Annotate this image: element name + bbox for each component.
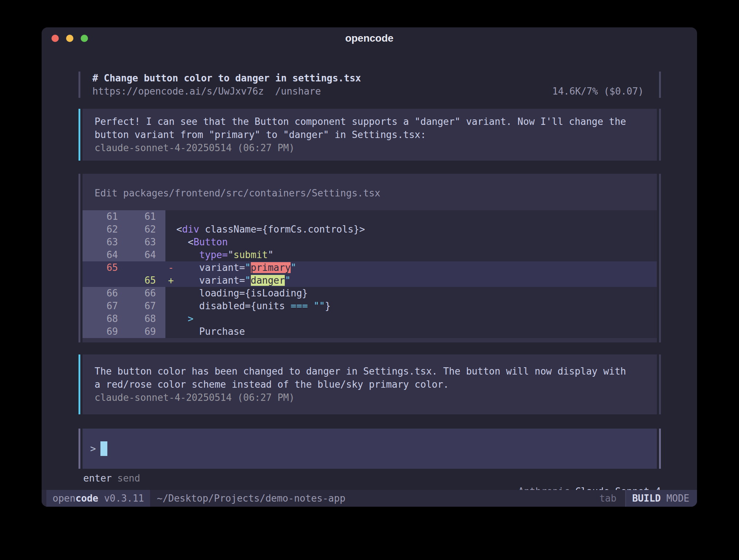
header-left-border	[79, 72, 80, 98]
old-line-number: 68	[83, 312, 118, 325]
new-line-number	[118, 261, 161, 274]
old-line-number: 65	[83, 261, 118, 274]
traffic-lights	[51, 27, 88, 49]
code-line: loading={isLoading}	[176, 287, 308, 300]
new-line-number: 65	[118, 274, 161, 287]
message-text-line: Perfect! I can see that the Button compo…	[95, 115, 645, 128]
text-cursor	[100, 441, 107, 456]
diff-row: 6666 loading={isLoading}	[83, 287, 657, 300]
new-line-number: 69	[118, 325, 161, 338]
message-text-line: button variant from "primary" to "danger…	[95, 128, 645, 141]
code-line: >	[176, 312, 194, 325]
app-name-code: code	[76, 493, 99, 504]
prompt-area: >	[79, 429, 661, 469]
assistant-message: The button color has been changed to dan…	[79, 354, 661, 414]
minimize-button[interactable]	[66, 35, 73, 42]
old-line-number: 67	[83, 300, 118, 312]
code-line: type="submit"	[176, 249, 273, 261]
unshare-command[interactable]: /unshare	[275, 85, 321, 98]
old-line-number: 63	[83, 236, 118, 249]
prompt-input[interactable]: >	[83, 429, 657, 469]
header-right-border	[659, 72, 661, 98]
message-accent-border	[79, 354, 80, 414]
diff-row-removed: 65 - variant="primary"	[83, 261, 657, 274]
message-meta: claude-sonnet-4-20250514 (06:27 PM)	[95, 391, 645, 404]
diff-row: 6161	[83, 210, 657, 223]
new-line-number: 68	[118, 312, 161, 325]
new-line-number: 63	[118, 236, 161, 249]
session-header: # Change button color to danger in setti…	[79, 72, 661, 98]
removed-sign: -	[165, 261, 176, 274]
session-title: # Change button color to danger in setti…	[92, 72, 657, 85]
app-name-open: open	[53, 493, 76, 504]
edit-left-border	[79, 174, 80, 342]
diff-row: 6464 type="submit"	[83, 249, 657, 261]
mode-build-label: BUILD	[632, 493, 660, 504]
code-line: disabled={units === ""}	[176, 300, 331, 312]
old-line-number: 66	[83, 287, 118, 300]
old-line-number: 62	[83, 223, 118, 236]
send-label: send	[117, 473, 140, 484]
enter-key-hint: enter	[83, 473, 112, 484]
new-line-number: 66	[118, 287, 161, 300]
share-url-link[interactable]: https://opencode.ai/s/UwJxv76z	[92, 85, 264, 98]
app-version: v0.3.11	[98, 493, 144, 504]
new-line-number: 61	[118, 210, 161, 223]
message-text-line: a red/rose color scheme instead of the b…	[95, 378, 645, 391]
diff-view: 6161 6262 <div className={formCs.control…	[83, 210, 657, 338]
diff-row: 6767 disabled={units === ""}	[83, 300, 657, 312]
code-line: <div className={formCs.controls}>	[176, 223, 365, 236]
zoom-button[interactable]	[81, 35, 88, 42]
added-word-highlight: danger	[251, 275, 285, 286]
tab-key-hint: tab	[599, 493, 616, 504]
code-line: Purchase	[176, 325, 245, 338]
new-line-number: 64	[118, 249, 161, 261]
message-right-border	[659, 354, 661, 414]
edit-tool-title: Edit packages/frontend/src/containers/Se…	[83, 174, 657, 199]
status-bar: opencode v0.3.11 ~/Desktop/Projects/demo…	[42, 490, 697, 507]
new-line-number: 62	[118, 223, 161, 236]
app-version-chip: opencode v0.3.11	[46, 490, 150, 507]
old-line-number: 69	[83, 325, 118, 338]
code-line: variant="danger"	[176, 274, 291, 287]
diff-row: 6262 <div className={formCs.controls}>	[83, 223, 657, 236]
assistant-message: Perfect! I can see that the Button compo…	[79, 109, 661, 161]
old-line-number: 64	[83, 249, 118, 261]
opencode-window: opencode # Change button color to danger…	[42, 27, 697, 507]
code-line: variant="primary"	[176, 261, 296, 274]
message-accent-border	[79, 109, 80, 161]
close-button[interactable]	[51, 35, 59, 42]
diff-row-added: 65 + variant="danger"	[83, 274, 657, 287]
prompt-symbol: >	[90, 443, 96, 454]
code-line: <Button	[176, 236, 228, 249]
mode-toggle[interactable]: BUILD MODE	[626, 490, 697, 507]
mode-mode-label: MODE	[661, 493, 689, 504]
edit-tool-panel: Edit packages/frontend/src/containers/Se…	[79, 174, 661, 342]
input-right-border	[659, 429, 661, 469]
window-title: opencode	[345, 32, 393, 44]
message-meta: claude-sonnet-4-20250514 (06:27 PM)	[95, 141, 645, 154]
message-right-border	[659, 109, 661, 161]
old-line-number: 61	[83, 210, 118, 223]
old-line-number	[83, 274, 118, 287]
edit-right-border	[659, 174, 661, 342]
added-sign: +	[165, 274, 176, 287]
diff-row: 6868 >	[83, 312, 657, 325]
input-left-border	[79, 429, 80, 469]
working-directory: ~/Desktop/Projects/demo-notes-app	[157, 493, 345, 504]
diff-row: 6363 <Button	[83, 236, 657, 249]
titlebar: opencode	[42, 27, 697, 49]
new-line-number: 67	[118, 300, 161, 312]
diff-row: 6969 Purchase	[83, 325, 657, 338]
main-content: # Change button color to danger in setti…	[79, 72, 661, 511]
message-text-line: The button color has been changed to dan…	[95, 365, 645, 378]
removed-word-highlight: primary	[251, 262, 291, 273]
context-stats: 14.6K/7% ($0.07)	[552, 85, 644, 98]
